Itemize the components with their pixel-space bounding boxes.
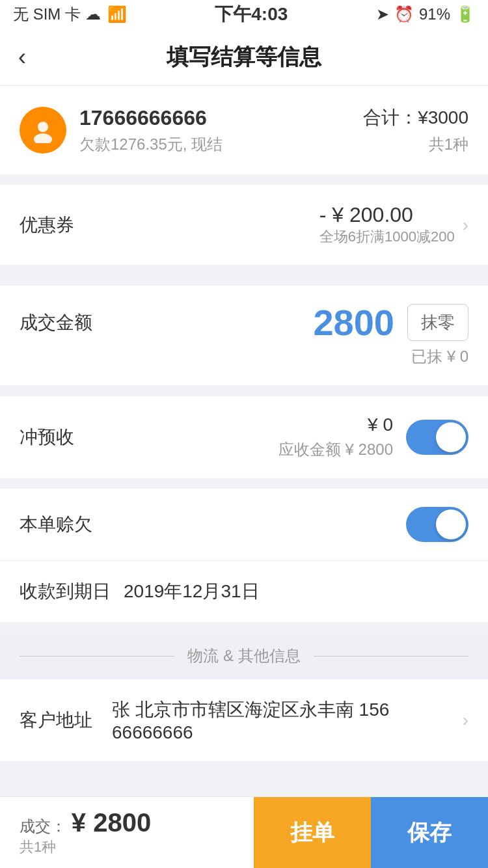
- coupon-row[interactable]: 优惠券 - ¥ 200.00 全场6折满1000减200 ›: [0, 185, 488, 265]
- battery-label: 91%: [419, 5, 450, 23]
- hold-button[interactable]: 挂单: [254, 797, 371, 869]
- user-info: 17666666666 欠款1276.35元, 现结: [79, 106, 223, 155]
- bottom-count: 共1种: [20, 837, 234, 857]
- deal-amount-row: 成交金额 2800 抹零: [20, 304, 468, 341]
- user-debt-info: 欠款1276.35元, 现结: [79, 134, 223, 155]
- save-button[interactable]: 保存: [371, 797, 488, 869]
- deal-amount-sub: 已抹 ¥ 0: [20, 346, 468, 367]
- user-right: 合计：¥3000 共1种: [363, 105, 468, 155]
- user-card: 17666666666 欠款1276.35元, 现结 合计：¥3000 共1种: [0, 86, 488, 174]
- address-row[interactable]: 客户地址 张 北京市市辖区海淀区永丰南 156 66666666 ›: [0, 679, 488, 761]
- battery-icon: 🔋: [455, 5, 475, 23]
- page-title: 填写结算等信息: [167, 42, 321, 72]
- user-left: 17666666666 欠款1276.35元, 现结: [20, 106, 223, 155]
- coupon-label: 优惠券: [20, 213, 74, 237]
- back-button[interactable]: ‹: [18, 44, 26, 71]
- logistics-divider: 物流 & 其他信息: [0, 632, 488, 679]
- address-chevron-icon: ›: [463, 710, 468, 731]
- charge-label: 冲预收: [20, 425, 74, 450]
- nav-bar: ‹ 填写结算等信息: [0, 29, 488, 86]
- status-left: 无 SIM 卡 ☁ 📶: [13, 4, 127, 25]
- gray-divider-3: [0, 622, 488, 632]
- charge-row: 冲预收 ¥ 0 应收金额 ¥ 2800: [0, 396, 488, 478]
- gray-divider-1: [0, 275, 488, 286]
- avatar: [20, 107, 66, 154]
- status-right: ➤ ⏰ 91% 🔋: [376, 5, 475, 23]
- bottom-deal-label: 成交：: [20, 817, 66, 835]
- svg-point-0: [38, 122, 48, 132]
- location-icon: ➤: [376, 5, 389, 23]
- no-sim-label: 无 SIM 卡 ☁: [13, 4, 101, 25]
- logistics-text: 物流 & 其他信息: [187, 645, 300, 666]
- deal-amount-section: 成交金额 2800 抹零 已抹 ¥ 0: [0, 286, 488, 385]
- address-value: 张 北京市市辖区海淀区永丰南 156 66666666: [112, 698, 463, 743]
- charge-sub: 应收金额 ¥ 2800: [278, 439, 393, 460]
- user-phone: 17666666666: [79, 106, 223, 130]
- user-total: 合计：¥3000: [363, 105, 468, 130]
- status-bar: 无 SIM 卡 ☁ 📶 下午4:03 ➤ ⏰ 91% 🔋: [0, 0, 488, 29]
- deal-amount-right: 2800 抹零: [313, 304, 468, 341]
- due-date-row: 收款到期日 2019年12月31日: [0, 560, 488, 622]
- bottom-deal-amount: ¥ 2800: [72, 808, 151, 837]
- logistics-line-right: [314, 656, 468, 657]
- deal-amount-label: 成交金额: [20, 310, 92, 335]
- chevron-right-icon: ›: [463, 215, 468, 236]
- logistics-line-left: [20, 656, 174, 657]
- ben-dan-she-qian-label: 本单赊欠: [20, 512, 92, 537]
- bottom-bar: 成交： ¥ 2800 共1种 挂单 保存: [0, 796, 488, 868]
- ben-dan-she-qian-toggle[interactable]: [406, 507, 468, 542]
- deal-amount-value: 2800: [313, 305, 394, 341]
- main-content: 17666666666 欠款1276.35元, 现结 合计：¥3000 共1种 …: [0, 86, 488, 868]
- due-date-value: 2019年12月31日: [124, 579, 260, 604]
- alarm-icon: ⏰: [394, 5, 414, 23]
- charge-right: ¥ 0 应收金额 ¥ 2800: [278, 414, 468, 460]
- round-button[interactable]: 抹零: [407, 304, 468, 341]
- status-time: 下午4:03: [215, 2, 288, 27]
- svg-point-1: [34, 133, 52, 143]
- address-label: 客户地址: [20, 708, 92, 733]
- coupon-right: - ¥ 200.00 全场6折满1000减200 ›: [319, 203, 468, 247]
- charge-values: ¥ 0 应收金额 ¥ 2800: [278, 414, 393, 460]
- chong-yu-shou-toggle[interactable]: [406, 420, 468, 455]
- due-date-label: 收款到期日: [20, 579, 111, 604]
- ben-dan-she-qian-row: 本单赊欠: [0, 489, 488, 560]
- user-count: 共1种: [363, 134, 468, 155]
- charge-amount: ¥ 0: [278, 414, 393, 435]
- gray-divider-2: [0, 478, 488, 489]
- bottom-summary: 成交： ¥ 2800 共1种: [0, 808, 254, 857]
- wifi-icon: 📶: [107, 5, 127, 23]
- bottom-deal-row: 成交： ¥ 2800: [20, 808, 234, 837]
- coupon-description: 全场6折满1000减200: [319, 227, 455, 247]
- coupon-amount: - ¥ 200.00: [319, 203, 455, 227]
